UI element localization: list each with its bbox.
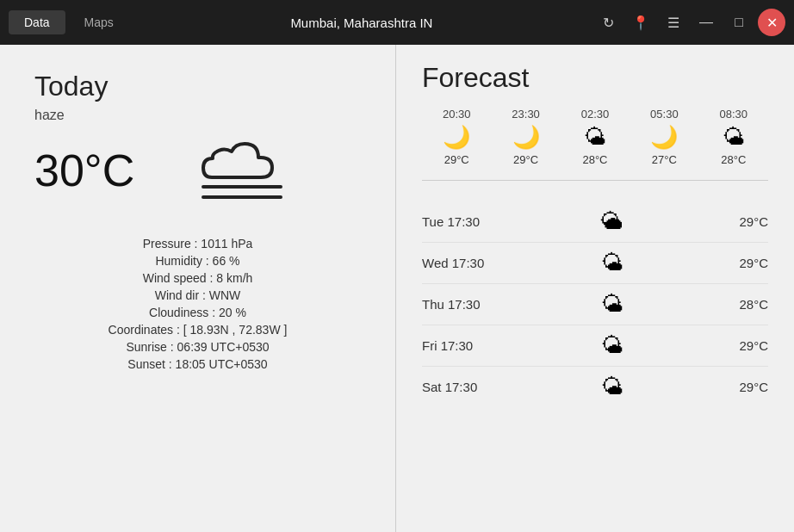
daily-day-0: Tue 17:30 <box>422 214 525 229</box>
cloudiness: Cloudiness : 20 % <box>34 306 361 319</box>
wind-dir: Wind dir : WNW <box>34 288 361 302</box>
today-panel: Today haze 30°C Pressure : 1011 hPa Humi… <box>0 45 396 532</box>
daily-item-2: Thu 17:30 🌤 28°C <box>422 284 768 325</box>
daily-icon-0: 🌥 <box>525 208 699 235</box>
wind-speed: Wind speed : 8 km/h <box>34 271 361 285</box>
hourly-icon-3: 🌙 <box>650 126 678 148</box>
titlebar: Data Maps Mumbai, Maharashtra IN ↻ 📍 ☰ —… <box>0 0 794 45</box>
weather-details: Pressure : 1011 hPa Humidity : 66 % Wind… <box>34 237 361 371</box>
hourly-icon-4: 🌤 <box>723 126 745 148</box>
haze-svg <box>186 130 298 207</box>
daily-icon-2: 🌤 <box>525 291 699 318</box>
daily-temp-3: 29°C <box>699 338 768 353</box>
daily-item-0: Tue 17:30 🌥 29°C <box>422 201 768 243</box>
daily-icon-4: 🌤 <box>525 374 699 400</box>
main-temperature: 30°C <box>34 145 134 196</box>
hourly-temp-2: 28°C <box>582 153 607 166</box>
hourly-time-4: 08:30 <box>719 108 747 121</box>
main-content: Today haze 30°C Pressure : 1011 hPa Humi… <box>0 45 794 532</box>
daily-icon-1: 🌤 <box>525 250 699 276</box>
tab-maps[interactable]: Maps <box>69 10 129 34</box>
daily-item-3: Fri 17:30 🌤 29°C <box>422 325 768 367</box>
daily-temp-1: 29°C <box>699 256 768 270</box>
hourly-icon-0: 🌙 <box>443 126 470 148</box>
refresh-button[interactable]: ↻ <box>594 9 622 36</box>
daily-temp-4: 29°C <box>699 380 768 394</box>
hourly-icon-1: 🌙 <box>512 126 540 148</box>
hourly-temp-4: 28°C <box>721 153 746 166</box>
daily-day-3: Fri 17:30 <box>422 338 525 353</box>
pressure: Pressure : 1011 hPa <box>34 237 361 251</box>
temp-icon-row: 30°C <box>34 130 361 211</box>
maximize-button[interactable]: □ <box>725 9 753 36</box>
hourly-time-2: 02:30 <box>581 108 610 121</box>
location-button[interactable]: 📍 <box>627 9 654 36</box>
sunrise: Sunrise : 06:39 UTC+0530 <box>34 340 361 354</box>
minimize-button[interactable]: — <box>692 9 720 36</box>
hourly-time-1: 23:30 <box>512 108 540 121</box>
daily-day-4: Sat 17:30 <box>422 380 525 394</box>
daily-icon-3: 🌤 <box>525 332 699 359</box>
hourly-item-2: 02:30 🌤 28°C <box>581 108 610 166</box>
tab-data[interactable]: Data <box>9 10 65 34</box>
hourly-item-0: 20:30 🌙 29°C <box>443 108 471 166</box>
hourly-temp-3: 27°C <box>652 153 677 166</box>
window-controls: ↻ 📍 ☰ — □ ✕ <box>594 9 785 36</box>
window-title: Mumbai, Maharashtra IN <box>129 15 594 30</box>
menu-button[interactable]: ☰ <box>660 9 687 36</box>
hourly-forecast: 20:30 🌙 29°C 23:30 🌙 29°C 02:30 🌤 28°C 0… <box>422 108 768 181</box>
hourly-time-0: 20:30 <box>443 108 471 121</box>
daily-day-1: Wed 17:30 <box>422 256 525 270</box>
hourly-item-3: 05:30 🌙 27°C <box>650 108 679 166</box>
hourly-item-1: 23:30 🌙 29°C <box>512 108 540 166</box>
hourly-time-3: 05:30 <box>650 108 679 121</box>
forecast-panel: Forecast 20:30 🌙 29°C 23:30 🌙 29°C 02:30… <box>396 45 794 532</box>
daily-forecast: Tue 17:30 🌥 29°C Wed 17:30 🌤 29°C Thu 17… <box>422 201 768 407</box>
tab-group: Data Maps <box>9 10 129 34</box>
weather-condition: haze <box>34 108 361 123</box>
daily-temp-2: 28°C <box>699 297 768 312</box>
hourly-icon-2: 🌤 <box>584 126 606 148</box>
hourly-temp-1: 29°C <box>513 153 538 166</box>
sunset: Sunset : 18:05 UTC+0530 <box>34 357 361 371</box>
forecast-title: Forecast <box>422 62 768 94</box>
hourly-temp-0: 29°C <box>444 153 469 166</box>
coordinates: Coordinates : [ 18.93N , 72.83W ] <box>34 323 361 337</box>
humidity: Humidity : 66 % <box>34 254 361 268</box>
daily-item-1: Wed 17:30 🌤 29°C <box>422 243 768 284</box>
weather-icon-large <box>186 130 298 211</box>
hourly-item-4: 08:30 🌤 28°C <box>719 108 747 166</box>
daily-day-2: Thu 17:30 <box>422 297 525 312</box>
daily-temp-0: 29°C <box>699 214 768 229</box>
today-title: Today <box>34 71 361 102</box>
close-button[interactable]: ✕ <box>758 9 785 36</box>
daily-item-4: Sat 17:30 🌤 29°C <box>422 367 768 407</box>
